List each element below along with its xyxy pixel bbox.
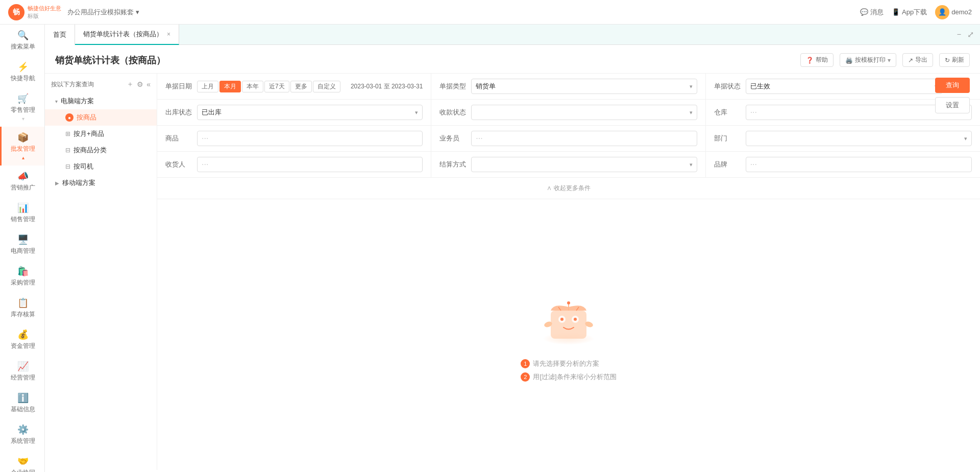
warehouse-dots[interactable]: ··· [750,108,757,117]
type-control[interactable]: 销货单 ▾ [471,79,697,94]
staff-control[interactable]: ··· [471,131,697,146]
tree-mobile-section: ▶ 移动端方案 [45,175,157,191]
tab-maximize-button[interactable]: ⤢ [967,30,974,39]
purchase-icon: 🛍️ [17,266,29,277]
empty-illustration [538,288,599,349]
empty-tip-1: 1 请先选择要分析的方案 [521,359,616,368]
collapse-bar: ∧ 收起更多条件 [157,178,980,199]
settlement-control[interactable]: ▾ [471,157,697,172]
left-panel: 按以下方案查询 ＋ ⚙ « ▾ 电脑端方案 [45,74,157,470]
date-tab-this-year[interactable]: 本年 [242,81,263,92]
sidebar-item-cooperation[interactable]: 🤝 企业协同 [0,451,44,472]
out-status-label: 出库状态 [165,108,193,117]
recv-status-label: 收款状态 [439,108,467,117]
help-button[interactable]: ❓ 帮助 [800,53,834,67]
query-button[interactable]: 查询 [935,78,970,93]
logo-text: 畅捷信好生意 标版 [28,5,61,19]
dept-control[interactable]: ▾ [746,131,972,146]
goods-control[interactable]: ··· [197,131,423,146]
sidebar-item-wholesale[interactable]: 📦 批发管理 ▴ [0,127,44,166]
user-avatar[interactable]: 👤 demo2 [935,5,972,19]
date-range-text: 2023-03-01 至 2023-03-31 [351,82,423,91]
sidebar-item-marketing[interactable]: 📣 营销推广 [0,166,44,197]
brand-control[interactable]: ··· [746,157,972,172]
tree-expand-icon: ▾ [55,99,58,104]
empty-tip-2: 2 用[过滤]条件来缩小分析范围 [521,372,616,382]
sidebar-item-shortcuts[interactable]: ⚡ 快捷导航 [0,56,44,88]
tree-item-label: 电脑端方案 [61,97,94,106]
brand-dots[interactable]: ··· [750,160,757,169]
sidebar-item-purchase[interactable]: 🛍️ 采购管理 [0,261,44,292]
lightning-icon: ⚡ [17,61,29,73]
search-buttons: 查询 设置 [935,78,970,113]
tip-num-2: 2 [521,372,530,382]
settings-button[interactable]: 设置 [935,97,970,113]
collapse-button[interactable]: ∧ 收起更多条件 [541,182,596,195]
logo-icon: 畅 [8,4,24,20]
type-label: 单据类型 [439,82,467,91]
receiver-control[interactable]: ··· [197,157,423,172]
svg-point-4 [560,318,564,321]
add-scheme-button[interactable]: ＋ [127,80,134,89]
refresh-icon: ↻ [945,57,950,64]
filter-cell-receiver: 收货人 ··· [157,152,431,177]
date-tabs: 上月 本月 本年 近7天 更多 自定义 [197,81,340,92]
message-button[interactable]: 💬 消息 [860,8,884,17]
tree-child-month-product[interactable]: ⊞ 按月+商品 [45,126,157,142]
empty-state: 1 请先选择要分析的方案 2 用[过滤]条件来缩小分析范围 [157,199,980,470]
print-button[interactable]: 🖨️ 按模板打印 ▾ [840,53,896,67]
tree-item-mobile[interactable]: ▶ 移动端方案 [45,175,157,191]
sidebar-item-system[interactable]: ⚙️ 系统管理 [0,419,44,451]
tree-item-pc[interactable]: ▾ 电脑端方案 [45,93,157,109]
type-value: 销货单 [476,82,496,91]
wholesale-icon: 📦 [17,132,29,143]
sidebar-item-finance[interactable]: 💰 资金管理 [0,324,44,356]
sidebar-item-sales[interactable]: 📊 销售管理 [0,197,44,229]
sidebar-item-ecommerce[interactable]: 🖥️ 电商管理 [0,229,44,261]
sidebar-item-basic-info[interactable]: ℹ️ 基础信息 [0,387,44,419]
goods-dots[interactable]: ··· [202,134,208,143]
tree-child-by-product[interactable]: ● 按商品 [45,109,157,126]
tab-home[interactable]: 首页 [45,25,75,45]
sidebar-item-search[interactable]: 🔍 搜索菜单 [0,25,44,56]
recv-status-control[interactable]: ▾ [471,105,697,120]
export-button[interactable]: ↗ 导出 [902,53,933,67]
staff-label: 业务员 [439,134,467,143]
date-tab-more[interactable]: 更多 [290,81,312,92]
tree-child-product-category[interactable]: ⊟ 按商品分类 [45,142,157,158]
tab-close-button[interactable]: × [167,31,170,38]
collapse-panel-button[interactable]: « [146,80,151,88]
page-header: 销货单统计计表（按商品） ❓ 帮助 🖨️ 按模板打印 ▾ ↗ 导出 [45,45,980,74]
date-tab-this-month[interactable]: 本月 [219,81,241,92]
status-control[interactable]: 已生效 ▾ [746,79,942,94]
sidebar-item-operations[interactable]: 📈 经营管理 [0,356,44,387]
retail-icon: 🛒 [17,93,29,104]
industry-selector[interactable]: 办公用品行业模拟账套 ▾ [67,8,139,17]
staff-dots[interactable]: ··· [476,134,482,143]
date-tab-custom[interactable]: 自定义 [313,81,340,92]
receiver-dots[interactable]: ··· [202,160,208,169]
top-bar-right: 💬 消息 📱 App下载 👤 demo2 [860,5,972,19]
filter-row-3: 商品 ··· 业务员 ··· 部门 [157,126,980,152]
system-icon: ⚙️ [17,424,29,435]
sidebar-item-inventory[interactable]: 📋 库存核算 [0,292,44,324]
date-tab-7days[interactable]: 近7天 [264,81,289,92]
download-icon: 📱 [892,8,900,16]
tree-child-driver[interactable]: ⊟ 按司机 [45,158,157,175]
print-arrow-icon: ▾ [888,57,891,64]
date-tab-last-month[interactable]: 上月 [197,81,218,92]
out-status-control[interactable]: 已出库 ▾ [197,105,423,120]
sidebar: 🔍 搜索菜单 ⚡ 快捷导航 🛒 零售管理 ▾ 📦 批发管理 ▴ 📣 营销推广 📊… [0,25,45,472]
scheme-settings-button[interactable]: ⚙ [137,80,143,88]
tab-minimize-button[interactable]: － [955,29,963,40]
filter-row-4: 收货人 ··· 结算方式 ▾ [157,152,980,178]
refresh-button[interactable]: ↻ 刷新 [939,53,970,67]
filter-row-1: 单据日期 上月 本月 本年 近7天 更多 自定义 20 [157,74,980,100]
sidebar-item-retail[interactable]: 🛒 零售管理 ▾ [0,88,44,127]
active-scheme-badge: ● [65,113,74,122]
svg-point-9 [567,301,570,304]
tab-active[interactable]: 销货单统计计表（按商品） × [75,25,179,45]
app-download-button[interactable]: 📱 App下载 [892,8,927,17]
tree-list2-icon: ⊟ [65,163,70,170]
filter-cell-settlement: 结算方式 ▾ [431,152,705,177]
